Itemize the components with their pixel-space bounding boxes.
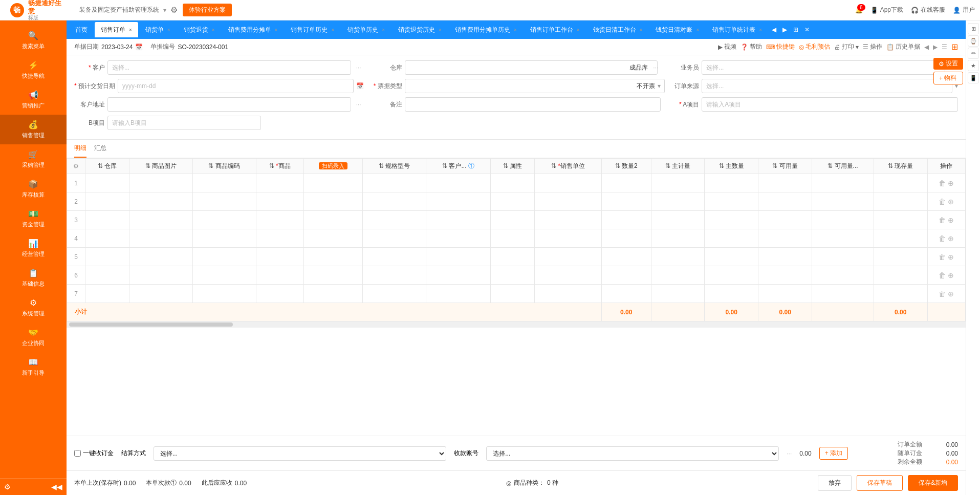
sidebar-item-system[interactable]: ⚙ 系统管理 bbox=[0, 293, 67, 322]
tab-close-icon[interactable]: × bbox=[514, 27, 517, 33]
customer-input[interactable] bbox=[107, 60, 351, 75]
tab-next-icon[interactable]: ▶ bbox=[780, 26, 790, 33]
sidebar-item-enterprise[interactable]: 🤝 企业协同 bbox=[0, 322, 67, 352]
row-available2-cell[interactable] bbox=[812, 174, 874, 192]
horizontal-scrollbar[interactable] bbox=[67, 321, 966, 328]
settings-gear-icon[interactable]: ⚙ bbox=[170, 5, 178, 15]
row-available-cell[interactable] bbox=[758, 174, 812, 192]
tab-close-icon[interactable]: × bbox=[577, 27, 580, 33]
copy-row-btn[interactable]: ⊕ bbox=[948, 234, 954, 243]
sidebar-item-quicknav[interactable]: ⚡ 快捷导航 bbox=[0, 55, 67, 85]
right-sidebar-btn-5[interactable]: 📱 bbox=[968, 72, 979, 83]
customer-address-input[interactable] bbox=[107, 97, 351, 112]
sidebar-settings-icon[interactable]: ⚙ bbox=[4, 483, 11, 491]
quick-pay-label[interactable]: 一键收订金 bbox=[74, 449, 114, 458]
scrollbar-thumb[interactable] bbox=[69, 322, 233, 327]
tab-sales-return-history[interactable]: 销货退货历史 × bbox=[392, 22, 448, 37]
save-new-button[interactable]: 保存&新增 bbox=[908, 475, 958, 491]
table-th-settings[interactable]: ⚙ bbox=[67, 159, 85, 174]
ticket-type-input[interactable] bbox=[405, 79, 665, 93]
project-a-input[interactable] bbox=[702, 97, 958, 112]
tab-sales-return[interactable]: 销货退货 × bbox=[178, 22, 221, 37]
copy-row-btn[interactable]: ⊕ bbox=[948, 216, 954, 224]
row-goods-cell[interactable] bbox=[256, 174, 303, 192]
print-btn[interactable]: 🖨 打印 ▾ bbox=[834, 42, 859, 51]
sidebar-item-marketing[interactable]: 📢 营销推广 bbox=[0, 85, 67, 115]
tab-sales-order-workbench[interactable]: 销售订单工作台 × bbox=[524, 22, 586, 37]
tab-expand-icon[interactable]: ⊞ bbox=[791, 26, 801, 33]
right-sidebar-btn-3[interactable]: ✏ bbox=[968, 48, 979, 59]
tab-close-icon[interactable]: × bbox=[439, 27, 442, 33]
right-sidebar-btn-2[interactable]: ⌚ bbox=[968, 35, 979, 47]
sidebar-item-basic-info[interactable]: 📋 基础信息 bbox=[0, 263, 67, 293]
tab-cash-workbench[interactable]: 钱货日清工作台 × bbox=[587, 22, 649, 37]
row-main-unit-cell[interactable] bbox=[651, 174, 705, 192]
help-btn[interactable]: ❓ 帮助 bbox=[741, 42, 762, 51]
delete-row-btn[interactable]: 🗑 bbox=[939, 179, 946, 187]
profit-btn[interactable]: ◎ 毛利预估 bbox=[799, 42, 830, 51]
sidebar-item-inventory[interactable]: 📦 库存核算 bbox=[0, 174, 67, 204]
tab-sales-statistics[interactable]: 销售订单统计表 × bbox=[706, 22, 768, 37]
tab-close-icon[interactable]: × bbox=[167, 27, 170, 33]
payment-method-select[interactable]: 选择... bbox=[154, 446, 446, 461]
order-source-input[interactable] bbox=[702, 79, 952, 93]
row-main-qty-cell[interactable] bbox=[705, 174, 758, 192]
sidebar-item-guide[interactable]: 📖 新手引导 bbox=[0, 352, 67, 382]
row-qty2-cell[interactable] bbox=[602, 174, 651, 192]
copy-row-btn[interactable]: ⊕ bbox=[948, 271, 954, 279]
address-more-icon[interactable]: ··· bbox=[354, 101, 364, 108]
remark-input[interactable] bbox=[405, 97, 661, 112]
tab-close-icon[interactable]: × bbox=[696, 27, 699, 33]
sidebar-item-operations[interactable]: 📊 经营管理 bbox=[0, 233, 67, 263]
sidebar-item-finance[interactable]: 💵 资金管理 bbox=[0, 204, 67, 233]
delete-row-btn[interactable]: 🗑 bbox=[939, 216, 946, 224]
tab-sales-fee-history[interactable]: 销售费用分摊单历史 × bbox=[449, 22, 523, 37]
tab-close-icon[interactable]: × bbox=[212, 27, 215, 33]
user-menu[interactable]: 👤 用户 bbox=[953, 6, 975, 14]
view-btn[interactable]: ▶ 视频 bbox=[718, 42, 736, 51]
tab-close-icon[interactable]: × bbox=[331, 27, 334, 33]
quick-pay-checkbox[interactable] bbox=[74, 450, 81, 457]
prev-record-icon[interactable]: ◀ bbox=[924, 44, 929, 51]
row-code-cell[interactable] bbox=[192, 174, 256, 192]
online-service-btn[interactable]: 🎧 在线客服 bbox=[911, 6, 945, 14]
row-attribute-cell[interactable] bbox=[490, 174, 534, 192]
delete-row-btn[interactable]: 🗑 bbox=[939, 290, 946, 298]
tab-sales-goods[interactable]: 销货单 × bbox=[139, 22, 177, 37]
copy-row-btn[interactable]: ⊕ bbox=[948, 179, 954, 187]
tab-cash-reconcile[interactable]: 钱货日清对账 × bbox=[649, 22, 705, 37]
staff-input[interactable] bbox=[702, 60, 945, 75]
delivery-date-input[interactable] bbox=[118, 79, 354, 93]
delete-row-btn[interactable]: 🗑 bbox=[939, 253, 946, 261]
delivery-date-calendar-icon[interactable]: 📅 bbox=[356, 82, 364, 90]
list-view-icon[interactable]: ☰ bbox=[942, 44, 947, 51]
discard-button[interactable]: 放弃 bbox=[818, 475, 852, 491]
tab-close-icon[interactable]: × bbox=[640, 27, 643, 33]
calendar-icon[interactable]: 📅 bbox=[135, 44, 143, 51]
tab-sales-fee[interactable]: 销售费用分摊单 × bbox=[222, 22, 284, 37]
project-b-input[interactable] bbox=[107, 116, 261, 130]
tab-close-icon[interactable]: × bbox=[275, 27, 278, 33]
next-record-icon[interactable]: ▶ bbox=[933, 44, 938, 51]
tab-home[interactable]: 首页 bbox=[69, 22, 94, 37]
right-sidebar-btn-4[interactable]: ★ bbox=[968, 60, 979, 71]
sidebar-item-purchase[interactable]: 🛒 采购管理 bbox=[0, 144, 67, 174]
row-warehouse-cell[interactable] bbox=[85, 174, 129, 192]
table-column-settings-icon[interactable]: ⚙ bbox=[73, 163, 79, 170]
experience-button[interactable]: 体验行业方案 bbox=[183, 4, 232, 16]
add-goods-button[interactable]: + 物料 bbox=[933, 72, 963, 84]
tab-sales-goods-history[interactable]: 销货单历史 × bbox=[341, 22, 391, 37]
shortcut-btn[interactable]: ⌨ 快捷键 bbox=[766, 42, 795, 51]
warehouse-more-icon[interactable]: ··· bbox=[650, 64, 661, 71]
row-customer-code-cell[interactable] bbox=[426, 174, 491, 192]
add-receipt-btn[interactable]: + 添加 bbox=[819, 447, 848, 460]
copy-row-btn[interactable]: ⊕ bbox=[948, 253, 954, 261]
expand-view-icon[interactable]: ⊞ bbox=[951, 42, 958, 52]
row-spec-cell[interactable] bbox=[363, 174, 426, 192]
delete-row-btn[interactable]: 🗑 bbox=[939, 271, 946, 279]
table-tab-summary[interactable]: 汇总 bbox=[94, 140, 106, 158]
sidebar-item-sales[interactable]: 💰 销售管理 bbox=[0, 115, 67, 144]
row-unit-cell[interactable] bbox=[534, 174, 601, 192]
history-btn[interactable]: 📋 历史单据 bbox=[886, 42, 920, 51]
row-current-stock-cell[interactable] bbox=[874, 174, 927, 192]
